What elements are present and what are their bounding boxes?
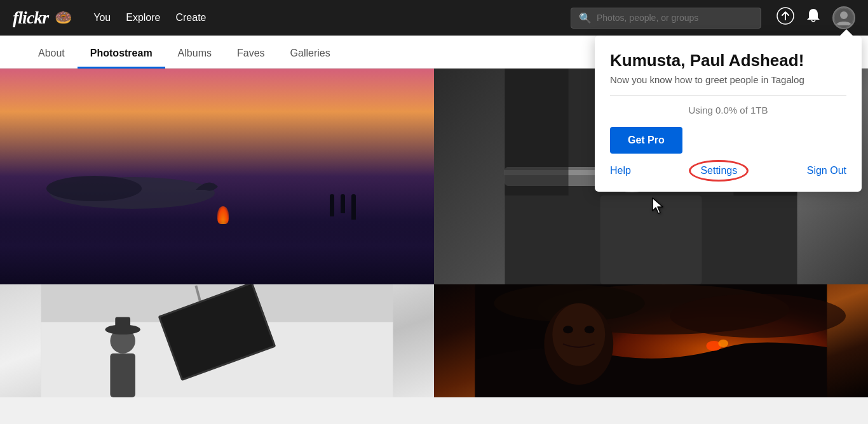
dropdown-usage: Using 0.0% of 1TB [610, 105, 846, 116]
svg-point-28 [718, 340, 728, 347]
svg-rect-10 [600, 195, 702, 284]
tab-photostream[interactable]: Photostream [78, 48, 165, 69]
svg-point-31 [563, 326, 573, 333]
tab-galleries[interactable]: Galleries [278, 48, 343, 69]
photo-3[interactable] [0, 284, 434, 397]
nav-create[interactable]: Create [175, 12, 206, 23]
nav-you[interactable]: You [93, 12, 111, 23]
photo-1[interactable] [0, 69, 434, 284]
svg-point-32 [585, 326, 595, 333]
header: flickr 🍩 You Explore Create 🔍 [0, 0, 868, 36]
svg-point-1 [840, 11, 848, 19]
settings-highlighted-wrapper: Settings [700, 165, 737, 176]
dropdown-divider [610, 95, 846, 96]
signout-link[interactable]: Sign Out [807, 165, 846, 176]
donut-icon: 🍩 [55, 10, 72, 26]
svg-rect-19 [110, 354, 135, 397]
logo-text: flickr [13, 8, 48, 28]
get-pro-button[interactable]: Get Pro [610, 127, 682, 154]
tab-about[interactable]: About [25, 48, 78, 69]
photo-4[interactable] [434, 284, 868, 397]
dropdown-tagline: Now you know how to greet people in Taga… [610, 74, 846, 85]
dropdown-greeting: Kumusta, Paul Adshead! [610, 51, 846, 70]
flickr-logo[interactable]: flickr 🍩 [13, 8, 72, 28]
settings-link[interactable]: Settings [700, 165, 737, 176]
svg-rect-21 [115, 317, 130, 331]
dropdown-links: Help Settings Sign Out [610, 165, 846, 176]
svg-rect-11 [505, 69, 569, 195]
search-input[interactable] [597, 13, 753, 23]
svg-point-30 [552, 303, 605, 366]
avatar[interactable] [832, 6, 855, 29]
search-icon: 🔍 [579, 12, 592, 24]
svg-point-4 [46, 176, 142, 201]
svg-point-26 [670, 294, 846, 338]
user-dropdown: Kumusta, Paul Adshead! Now you know how … [595, 36, 862, 192]
main-nav: You Explore Create [93, 12, 206, 23]
header-icons [776, 6, 855, 29]
search-bar[interactable]: 🔍 [571, 8, 761, 29]
notifications-icon[interactable] [806, 8, 821, 28]
tab-albums[interactable]: Albums [165, 48, 224, 69]
nav-explore[interactable]: Explore [126, 12, 160, 23]
help-link[interactable]: Help [610, 165, 631, 176]
tab-faves[interactable]: Faves [224, 48, 278, 69]
upload-icon[interactable] [776, 7, 794, 29]
dropdown-triangle [840, 29, 853, 36]
